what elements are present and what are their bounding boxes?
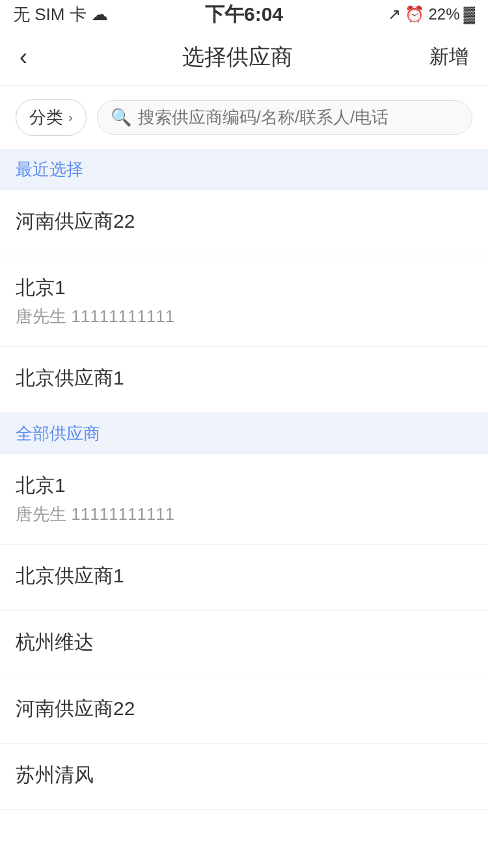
- search-icon: 🔍: [111, 107, 131, 128]
- all-section-header: 全部供应商: [0, 413, 488, 454]
- battery-level: 22%: [428, 5, 459, 23]
- page-title: 选择供应商: [182, 42, 293, 72]
- status-right: ↗ ⏰ 22% ▓: [388, 5, 475, 23]
- list-item[interactable]: 北京供应商1: [0, 347, 488, 413]
- item-name: 北京1: [16, 472, 472, 499]
- status-bar: 无 SIM 卡 ☁ 下午6:04 ↗ ⏰ 22% ▓: [0, 0, 488, 29]
- search-box: 🔍: [97, 100, 472, 135]
- status-time: 下午6:04: [205, 1, 283, 28]
- chevron-right-icon: ›: [68, 110, 73, 125]
- location-icon: ↗: [388, 5, 401, 23]
- all-list: 北京1唐先生 11111111111北京供应商1杭州维达河南供应商22苏州清风: [0, 454, 488, 810]
- item-sub: 唐先生 11111111111: [16, 503, 472, 526]
- status-left: 无 SIM 卡 ☁: [13, 3, 108, 26]
- search-input[interactable]: [138, 107, 459, 128]
- alarm-icon: ⏰: [405, 5, 424, 23]
- category-filter[interactable]: 分类 ›: [16, 99, 87, 136]
- back-button[interactable]: ‹: [20, 44, 59, 71]
- recent-list: 河南供应商22北京1唐先生 11111111111北京供应商1: [0, 190, 488, 413]
- item-name: 北京1: [16, 275, 472, 301]
- item-name: 北京供应商1: [16, 563, 472, 590]
- sim-status: 无 SIM 卡 ☁: [13, 3, 108, 26]
- category-label: 分类: [29, 106, 63, 129]
- item-sub: 唐先生 11111111111: [16, 305, 472, 328]
- item-name: 河南供应商22: [16, 208, 472, 235]
- list-item[interactable]: 河南供应商22: [0, 190, 488, 256]
- battery-icon: ▓: [464, 5, 476, 23]
- recent-section-header: 最近选择: [0, 149, 488, 190]
- nav-bar: ‹ 选择供应商 新增: [0, 29, 488, 86]
- list-item[interactable]: 河南供应商22: [0, 677, 488, 744]
- list-item[interactable]: 北京1唐先生 11111111111: [0, 454, 488, 545]
- list-item[interactable]: 苏州清风: [0, 744, 488, 810]
- list-item[interactable]: 北京供应商1: [0, 545, 488, 611]
- list-item[interactable]: 杭州维达: [0, 611, 488, 677]
- item-name: 杭州维达: [16, 629, 472, 656]
- filter-bar: 分类 › 🔍: [0, 86, 488, 149]
- add-button[interactable]: 新增: [416, 44, 468, 70]
- item-name: 北京供应商1: [16, 365, 472, 392]
- item-name: 河南供应商22: [16, 696, 472, 722]
- item-name: 苏州清风: [16, 762, 472, 789]
- list-item[interactable]: 北京1唐先生 11111111111: [0, 256, 488, 347]
